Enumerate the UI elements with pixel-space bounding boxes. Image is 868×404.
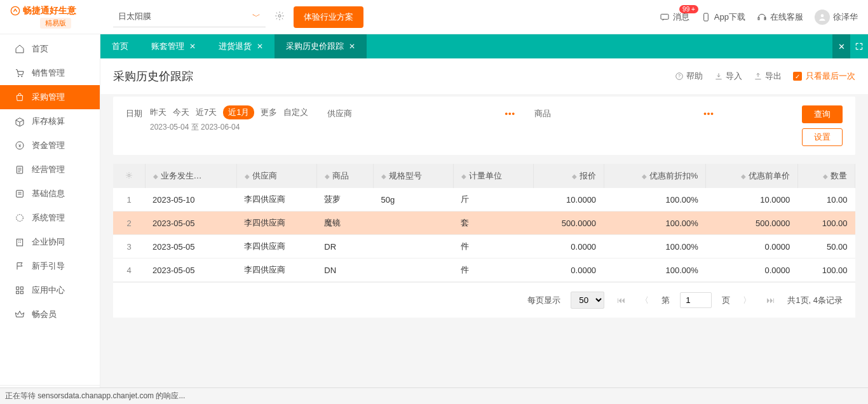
sidebar-item-funds[interactable]: ¥资金管理 — [0, 133, 100, 158]
product-input[interactable] — [559, 105, 698, 121]
svg-rect-12 — [17, 191, 24, 198]
close-all-tabs-button[interactable]: ✕ — [832, 34, 850, 58]
page-label-pre: 第 — [661, 295, 670, 306]
sidebar-item-purchase[interactable]: 采购管理 — [0, 85, 100, 109]
last-page-button[interactable]: ⏭ — [764, 295, 777, 305]
only-last-checkbox[interactable]: ✓只看最后一次 — [793, 71, 855, 82]
username: 徐泽华 — [833, 11, 858, 23]
sidebar-item-apps[interactable]: 应用中心 — [0, 278, 100, 302]
close-icon[interactable]: ✕ — [349, 42, 355, 51]
svg-point-6 — [821, 14, 824, 17]
clipboard-icon — [14, 164, 25, 175]
user-menu[interactable]: 徐泽华 — [815, 10, 858, 25]
sidebar-item-inventory[interactable]: 库存核算 — [0, 109, 100, 133]
sidebar-item-member[interactable]: 畅会员 — [0, 302, 100, 327]
experience-button[interactable]: 体验行业方案 — [294, 6, 363, 28]
sort-icon: ◆ — [153, 173, 158, 180]
date-label: 日期 — [126, 105, 142, 119]
tabs-bar: 首页 账套管理✕ 进货退货✕ 采购历史价跟踪✕ ✕ — [100, 34, 868, 58]
col-qty[interactable]: ◆数量 — [797, 164, 855, 188]
sort-icon: ◆ — [572, 173, 577, 180]
tab-return[interactable]: 进货退货✕ — [207, 34, 275, 58]
table-row[interactable]: 2 2023-05-05 李四供应商 魔镜 套 500.0000 100.00%… — [113, 212, 855, 235]
table-row[interactable]: 4 2023-05-05 李四供应商 DN 件 0.0000 100.00% 0… — [113, 259, 855, 282]
pagination: 每页显示 50 ⏮ 〈 第 页 〉 ⏭ 共1页, 4条记录 — [113, 282, 855, 318]
help-button[interactable]: ?帮助 — [675, 71, 703, 82]
close-icon[interactable]: ✕ — [257, 42, 263, 51]
chip-today[interactable]: 今天 — [173, 107, 189, 118]
help-icon: ? — [675, 72, 684, 81]
table-row[interactable]: 3 2023-05-05 李四供应商 DR 件 0.0000 100.00% 0… — [113, 235, 855, 259]
messages-button[interactable]: 消息 99 + — [660, 11, 689, 23]
svg-rect-18 — [20, 291, 23, 293]
supplier-input[interactable] — [360, 105, 499, 121]
pager-summary: 共1页, 4条记录 — [787, 295, 843, 306]
sidebar-item-system[interactable]: 系统管理 — [0, 206, 100, 230]
settings-button[interactable]: 设置 — [802, 128, 843, 146]
import-button[interactable]: 导入 — [714, 71, 742, 82]
bag-icon — [14, 91, 25, 103]
export-button[interactable]: 导出 — [754, 71, 782, 82]
gear-icon[interactable] — [275, 11, 285, 23]
fullscreen-button[interactable] — [850, 34, 868, 58]
per-page-label: 每页显示 — [527, 295, 560, 306]
online-service-button[interactable]: 在线客服 — [757, 11, 803, 23]
col-unit[interactable]: ◆计量单位 — [453, 164, 533, 188]
col-supplier[interactable]: ◆供应商 — [236, 164, 316, 188]
logo-text: 畅捷通好生意 — [23, 5, 76, 17]
gear-icon — [125, 171, 133, 180]
col-price[interactable]: ◆报价 — [533, 164, 604, 188]
col-discount[interactable]: ◆优惠前折扣% — [604, 164, 706, 188]
col-unitprice[interactable]: ◆优惠前单价 — [706, 164, 797, 188]
filter-bar: 日期 昨天 今天 近7天 近1月 更多 自定义 2023-05-04 至 202… — [113, 97, 855, 155]
tab-home[interactable]: 首页 — [100, 34, 140, 58]
sort-icon: ◆ — [245, 173, 250, 180]
chip-custom[interactable]: 自定义 — [283, 107, 308, 118]
flag-icon — [14, 260, 25, 272]
svg-point-22 — [128, 174, 130, 177]
sidebar-item-enterprise[interactable]: 企业协同 — [0, 230, 100, 254]
app-download-button[interactable]: App下载 — [701, 11, 745, 23]
query-button[interactable]: 查询 — [802, 105, 843, 123]
supplier-more-icon[interactable]: ••• — [505, 109, 515, 118]
date-filter: 日期 昨天 今天 近7天 近1月 更多 自定义 2023-05-04 至 202… — [126, 105, 308, 133]
logo: 畅捷通好生意 精易版 — [10, 5, 100, 29]
first-page-button[interactable]: ⏮ — [614, 295, 628, 305]
sidebar-item-basic[interactable]: 基础信息 — [0, 182, 100, 206]
tab-account[interactable]: 账套管理✕ — [140, 34, 207, 58]
tab-price-history[interactable]: 采购历史价跟踪✕ — [275, 34, 367, 58]
close-icon[interactable]: ✕ — [189, 42, 196, 51]
page-input[interactable] — [680, 292, 712, 308]
org-selector[interactable]: 日太阳膜 ﹀ — [113, 7, 266, 27]
next-page-button[interactable]: 〉 — [740, 295, 754, 306]
message-icon — [660, 12, 670, 22]
sidebar: 首页 销售管理 采购管理 库存核算 ¥资金管理 经营管理 基础信息 系统管理 企… — [0, 34, 100, 404]
sidebar-item-home[interactable]: 首页 — [0, 37, 100, 61]
svg-rect-4 — [758, 17, 759, 19]
sidebar-item-guide[interactable]: 新手引导 — [0, 254, 100, 278]
col-spec[interactable]: ◆规格型号 — [373, 164, 453, 188]
export-icon — [754, 72, 763, 81]
logo-icon — [10, 6, 20, 16]
main-content: 首页 账套管理✕ 进货退货✕ 采购历史价跟踪✕ ✕ 采购历史价跟踪 ?帮助 导入… — [100, 34, 868, 404]
chip-7days[interactable]: 近7天 — [196, 107, 217, 118]
product-more-icon[interactable]: ••• — [703, 109, 714, 118]
box-icon — [14, 116, 25, 127]
col-date[interactable]: ◆业务发生… — [145, 164, 236, 188]
chip-yesterday[interactable]: 昨天 — [150, 107, 166, 118]
apps-icon — [14, 285, 25, 296]
table-row[interactable]: 1 2023-05-10 李四供应商 菠萝 50g 斤 10.0000 100.… — [113, 188, 855, 212]
sidebar-item-sales[interactable]: 销售管理 — [0, 61, 100, 85]
svg-point-13 — [17, 215, 24, 222]
logo-subtitle: 精易版 — [40, 18, 71, 29]
chip-more[interactable]: 更多 — [261, 107, 277, 118]
prev-page-button[interactable]: 〈 — [638, 295, 651, 306]
import-icon — [714, 72, 723, 81]
chip-1month[interactable]: 近1月 — [223, 105, 254, 119]
app-header: 畅捷通好生意 精易版 日太阳膜 ﹀ 体验行业方案 消息 99 + App下载 在… — [0, 0, 868, 34]
sort-icon: ◆ — [461, 173, 466, 180]
col-product[interactable]: ◆商品 — [316, 164, 373, 188]
col-gear[interactable] — [113, 164, 145, 188]
sidebar-item-business[interactable]: 经营管理 — [0, 158, 100, 182]
per-page-select[interactable]: 50 — [571, 292, 604, 309]
